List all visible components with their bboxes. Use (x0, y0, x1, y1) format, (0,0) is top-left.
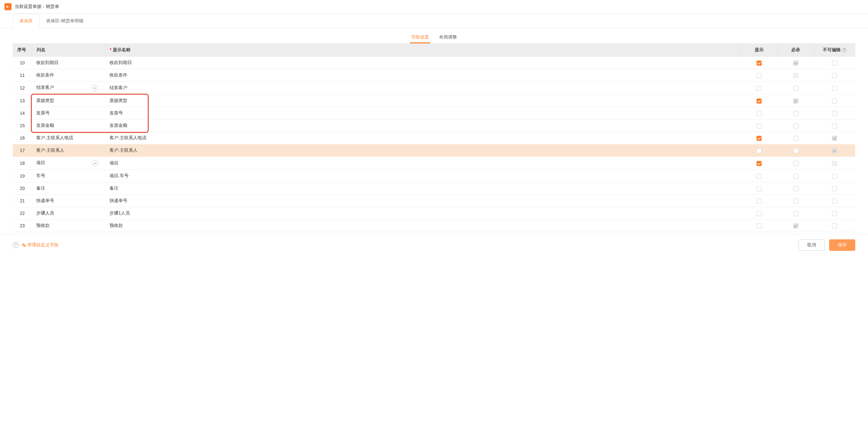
help-icon[interactable]: ? (13, 242, 19, 248)
cell-seq: 16 (13, 132, 32, 144)
checkbox-required[interactable] (793, 174, 798, 179)
checkbox-readonly[interactable] (832, 123, 837, 128)
checkbox-show[interactable] (756, 148, 762, 153)
tab-0[interactable]: 表头区 (13, 14, 39, 28)
checkbox-show[interactable] (756, 174, 762, 179)
cell-seq: 20 (13, 182, 32, 195)
cell-display-name[interactable]: 发票金额 (105, 119, 741, 132)
cell-display-name[interactable]: 备注 (105, 182, 741, 195)
cell-readonly (814, 69, 855, 82)
cell-display-name[interactable]: 客户.主联系人 (105, 144, 741, 157)
table-row: 22步骤人员步骤1人员 (13, 207, 855, 220)
cell-name: 收款到期日 (32, 57, 105, 69)
cell-seq: 11 (13, 69, 32, 82)
cell-display-name[interactable]: 预收款 (105, 220, 741, 232)
cell-readonly (814, 57, 855, 69)
cell-name: 预收款 (32, 220, 105, 232)
cell-show (741, 82, 777, 95)
checkbox-show[interactable] (756, 199, 762, 204)
checkbox-show[interactable] (756, 73, 762, 78)
cell-required (777, 220, 814, 232)
checkbox-readonly[interactable] (832, 73, 837, 78)
cell-display-name[interactable]: 收款条件 (105, 69, 741, 82)
checkbox-required (793, 61, 798, 66)
checkbox-required (793, 223, 798, 229)
checkbox-show[interactable] (756, 223, 762, 229)
cell-seq: 19 (13, 170, 32, 182)
checkbox-required[interactable] (793, 86, 798, 91)
help-icon[interactable]: ? (842, 48, 846, 53)
checkbox-readonly[interactable] (832, 86, 837, 91)
cell-display-name[interactable]: 收款到期日 (105, 57, 741, 69)
checkbox-readonly[interactable] (832, 186, 837, 191)
checkbox-show[interactable] (756, 136, 762, 141)
cell-required (777, 95, 814, 107)
cell-seq: 23 (13, 220, 32, 232)
checkbox-readonly[interactable] (832, 98, 837, 104)
cell-required (777, 195, 814, 207)
table-row: 10收款到期日收款到期日 (13, 57, 855, 69)
sub-tab-1[interactable]: 布局调整 (438, 32, 458, 44)
cell-display-name[interactable]: 发票号 (105, 107, 741, 119)
checkbox-show[interactable] (756, 161, 762, 166)
th-required: 必录 (777, 44, 814, 57)
sub-tab-0[interactable]: 字段设置 (410, 32, 430, 44)
save-button[interactable]: 保存 (829, 239, 855, 251)
checkbox-readonly[interactable] (832, 223, 837, 229)
cell-show (741, 107, 777, 119)
checkbox-required[interactable] (793, 161, 798, 166)
checkbox-show[interactable] (756, 86, 762, 91)
cell-required (777, 207, 814, 220)
cell-display-name[interactable]: 结算客户 (105, 82, 741, 95)
cell-display-name[interactable]: 票据类型 (105, 95, 741, 107)
checkbox-readonly[interactable] (832, 211, 837, 216)
cell-show (741, 132, 777, 144)
checkbox-required[interactable] (793, 199, 798, 204)
checkbox-readonly (832, 148, 837, 153)
cell-readonly (814, 132, 855, 144)
checkbox-readonly[interactable] (832, 61, 837, 66)
cell-name: 快递单号 (32, 195, 105, 207)
collapse-toggle-icon[interactable] (4, 3, 11, 10)
cell-show (741, 182, 777, 195)
checkbox-show[interactable] (756, 186, 762, 191)
table-row: 16客户.主联系人电话客户.主联系人电话 (13, 132, 855, 144)
checkbox-show[interactable] (756, 98, 762, 104)
cell-name: 备注 (32, 182, 105, 195)
add-sub-field-button[interactable]: + (92, 85, 98, 91)
checkbox-show[interactable] (756, 111, 762, 116)
checkbox-required[interactable] (793, 211, 798, 216)
checkbox-required[interactable] (793, 123, 798, 128)
checkbox-required[interactable] (793, 148, 798, 153)
checkbox-show[interactable] (756, 211, 762, 216)
cell-display-name[interactable]: 项目.车号 (105, 170, 741, 182)
cell-seq: 18 (13, 157, 32, 170)
cell-name: 发票号 (32, 107, 105, 119)
table-row: 18项目+项目 (13, 157, 855, 170)
cell-display-name[interactable]: 项目 (105, 157, 741, 170)
cell-show (741, 69, 777, 82)
cell-display-name[interactable]: 客户.主联系人电话 (105, 132, 741, 144)
cell-readonly (814, 207, 855, 220)
checkbox-readonly[interactable] (832, 111, 837, 116)
cell-display-name[interactable]: 快递单号 (105, 195, 741, 207)
checkbox-show[interactable] (756, 61, 762, 66)
checkbox-required[interactable] (793, 186, 798, 191)
cell-name: 步骤人员 (32, 207, 105, 220)
cell-seq: 14 (13, 107, 32, 119)
checkbox-required[interactable] (793, 136, 798, 141)
checkbox-show[interactable] (756, 123, 762, 128)
add-sub-field-button[interactable]: + (92, 160, 98, 166)
cell-required (777, 69, 814, 82)
manage-custom-fields-link[interactable]: 管理自定义字段 (22, 242, 59, 248)
cancel-button[interactable]: 取消 (799, 239, 825, 251)
checkbox-readonly[interactable] (832, 174, 837, 179)
checkbox-readonly[interactable] (832, 199, 837, 204)
cell-display-name[interactable]: 步骤1人员 (105, 207, 741, 220)
cell-seq: 17 (13, 144, 32, 157)
cell-required (777, 57, 814, 69)
checkbox-required[interactable] (793, 111, 798, 116)
cell-readonly (814, 195, 855, 207)
cell-required (777, 132, 814, 144)
tab-1[interactable]: 表体区-销货单明细 (39, 14, 90, 28)
